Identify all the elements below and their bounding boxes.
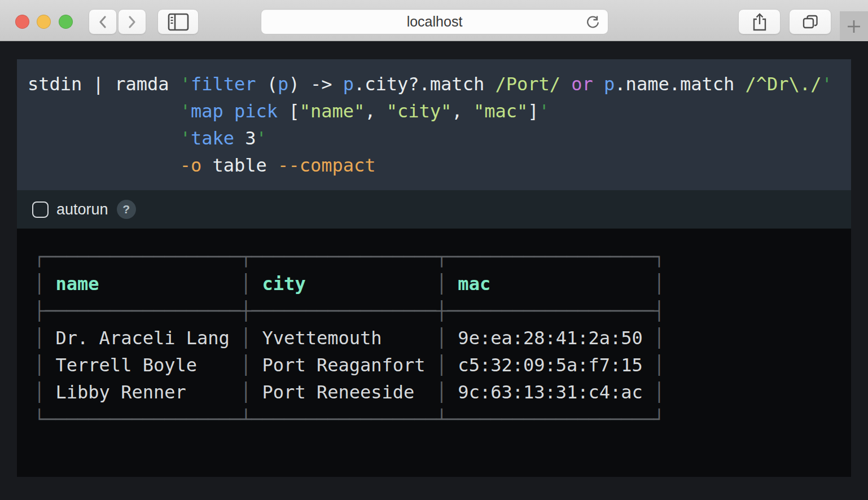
table-cell: Yvettemouth <box>251 327 436 349</box>
code-token-plain: ) -> <box>288 73 343 95</box>
code-token-quote: ' <box>180 128 191 149</box>
table-border: │ <box>654 354 664 376</box>
table-cell: 9e:ea:28:41:2a:50 <box>447 327 654 349</box>
code-token-kw: take <box>191 128 234 149</box>
table-row: │ Terrell Boyle │ Port Reaganfort │ c5:3… <box>34 352 851 379</box>
table-row: └──────────────────┴─────────────────┴──… <box>34 406 851 433</box>
code-token-kw: map pick <box>191 100 278 122</box>
table-border: │ <box>240 381 251 403</box>
code-token-flag: -o <box>180 155 202 176</box>
code-token-quote: ' <box>256 128 267 149</box>
autorun-label: autorun <box>56 201 108 218</box>
autorun-row: autorun ? <box>17 190 851 229</box>
autorun-checkbox[interactable] <box>32 201 49 218</box>
table-border-divider: ├──────────────────┼─────────────────┼──… <box>34 300 664 322</box>
table-border: │ <box>436 273 447 295</box>
table-border: │ <box>240 354 251 376</box>
table-cell: Dr. Araceli Lang <box>45 327 240 349</box>
help-icon[interactable]: ? <box>117 200 136 219</box>
code-token-kw: p <box>604 73 615 95</box>
table-cell: Port Reneeside <box>251 381 436 403</box>
code-token-plain: , <box>451 100 474 122</box>
table-border: │ <box>34 273 45 295</box>
command-line: stdin | ramda 'filter (p) -> p.city?.mat… <box>28 71 851 98</box>
table-row: │ Libby Renner │ Port Reneeside │ 9c:63:… <box>34 379 851 406</box>
code-token-kw: filter <box>191 73 256 95</box>
code-token-flag: --compact <box>278 155 375 176</box>
table-border-bottom: └──────────────────┴─────────────────┴──… <box>34 409 664 430</box>
code-token-plain: [ <box>278 100 300 122</box>
table-border-top: ┌──────────────────┬─────────────────┬──… <box>34 246 664 267</box>
code-token-str: "name" <box>300 100 365 122</box>
code-token-plain <box>560 73 571 95</box>
url-text: localhost <box>407 14 463 30</box>
column-header: name <box>45 273 240 295</box>
page-content: stdin | ramda 'filter (p) -> p.city?.mat… <box>0 41 868 477</box>
command-editor[interactable]: stdin | ramda 'filter (p) -> p.city?.mat… <box>17 59 851 190</box>
code-token-regex: /Port/ <box>495 73 560 95</box>
table-border: │ <box>436 327 447 349</box>
code-token-plain <box>28 155 180 176</box>
chevron-left-icon <box>97 14 109 30</box>
code-token-plain <box>28 128 180 149</box>
sidebar-toggle-button[interactable] <box>157 9 199 34</box>
traffic-light-minimize[interactable] <box>37 15 51 29</box>
share-button[interactable] <box>738 9 781 34</box>
plus-icon <box>845 18 862 35</box>
command-text: stdin | ramda 'filter (p) -> p.city?.mat… <box>28 71 851 179</box>
code-token-plain: .city?.match <box>354 73 495 95</box>
tab-overview-icon <box>802 14 819 30</box>
share-icon <box>751 12 768 32</box>
table-border: │ <box>240 273 251 295</box>
table-border: │ <box>654 381 664 403</box>
forward-button[interactable] <box>118 9 146 34</box>
code-token-quote: ' <box>180 100 191 122</box>
traffic-light-close[interactable] <box>15 15 29 29</box>
traffic-light-zoom[interactable] <box>59 15 73 29</box>
address-bar[interactable]: localhost <box>261 9 608 34</box>
tab-overview-button[interactable] <box>789 9 831 34</box>
table-row: ┌──────────────────┬─────────────────┬──… <box>34 243 851 270</box>
output-panel: ┌──────────────────┬─────────────────┬──… <box>17 229 851 477</box>
code-token-plain: table <box>201 155 278 176</box>
table-border: │ <box>436 354 447 376</box>
code-token-or: or <box>571 73 593 95</box>
output-table: ┌──────────────────┬─────────────────┬──… <box>34 243 851 433</box>
command-line: -o table --compact <box>28 152 851 179</box>
command-line: 'map pick ["name", "city", "mac"]' <box>28 98 851 125</box>
table-border: │ <box>240 327 251 349</box>
code-token-quote: ' <box>821 73 832 95</box>
table-cell: Terrell Boyle <box>45 354 240 376</box>
code-token-kw: p <box>343 73 354 95</box>
back-button[interactable] <box>89 9 117 34</box>
table-border: │ <box>436 381 447 403</box>
sidebar-icon <box>168 13 189 31</box>
code-token-plain: ] <box>528 100 538 122</box>
table-cell: Port Reaganfort <box>251 354 436 376</box>
table-cell: 9c:63:13:31:c4:ac <box>447 381 654 403</box>
code-token-plain: 3 <box>234 128 256 149</box>
browser-window: localhost <box>0 0 868 500</box>
chevron-right-icon <box>126 14 138 30</box>
code-token-kw: p <box>278 73 288 95</box>
code-token-str: "mac" <box>474 100 528 122</box>
code-token-str: "city" <box>387 100 452 122</box>
code-token-plain: .name.match <box>615 73 745 95</box>
code-token-quote: ' <box>538 100 549 122</box>
code-token-regex: /^Dr\./ <box>746 73 822 95</box>
table-row: │ Dr. Araceli Lang │ Yvettemouth │ 9e:ea… <box>34 324 851 352</box>
browser-toolbar: localhost <box>0 0 868 41</box>
code-token-plain: ( <box>256 73 278 95</box>
reload-icon[interactable] <box>585 15 600 30</box>
table-border: │ <box>654 327 664 349</box>
code-token-plain: , <box>365 100 387 122</box>
new-tab-button[interactable] <box>840 11 868 41</box>
table-border: │ <box>34 354 45 376</box>
code-token-plain <box>28 100 180 122</box>
command-line: 'take 3' <box>28 125 851 152</box>
code-token-plain <box>593 73 604 95</box>
column-header: city <box>251 273 436 295</box>
code-token-plain: stdin | ramda <box>28 73 180 95</box>
table-row: ├──────────────────┼─────────────────┼──… <box>34 297 851 324</box>
table-row: │ name │ city │ mac │ <box>34 270 851 297</box>
